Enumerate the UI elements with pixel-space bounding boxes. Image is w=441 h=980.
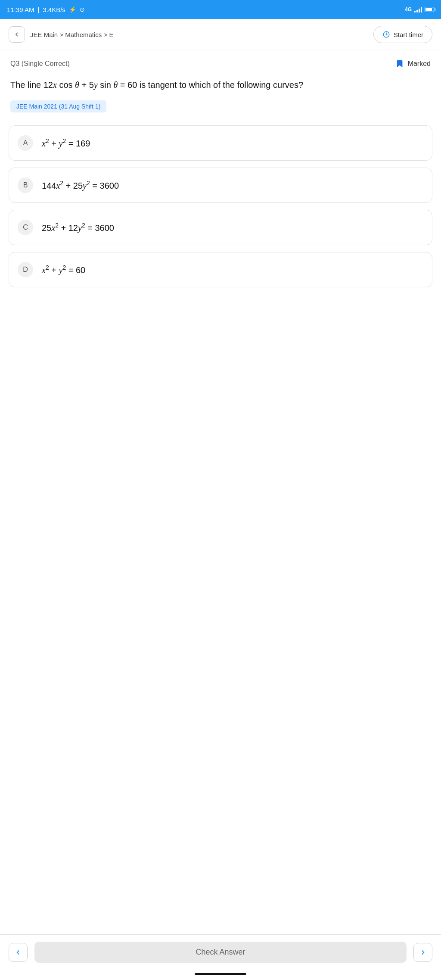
- option-b-text: 144x2 + 25y2 = 3600: [42, 180, 119, 191]
- battery-icon: [425, 7, 434, 12]
- marked-label: Marked: [408, 60, 431, 68]
- separator: |: [37, 6, 39, 13]
- bottom-nav: Check Answer: [0, 934, 441, 970]
- next-arrow-icon: [419, 949, 427, 956]
- option-a[interactable]: A x2 + y2 = 169: [9, 125, 432, 161]
- option-c-letter: C: [18, 220, 33, 235]
- chevron-left-icon: [13, 31, 20, 38]
- time-display: 11:39 AM: [7, 6, 34, 13]
- bookmark-icon: [395, 59, 404, 68]
- start-timer-button[interactable]: Start timer: [373, 26, 432, 43]
- option-b[interactable]: B 144x2 + 25y2 = 3600: [9, 168, 432, 203]
- home-indicator-area: [0, 970, 441, 980]
- option-c[interactable]: C 25x2 + 12y2 = 3600: [9, 210, 432, 245]
- check-answer-button[interactable]: Check Answer: [34, 942, 407, 963]
- status-left: 11:39 AM | 3.4KB/s ⚡ ⊙: [7, 6, 85, 13]
- spacer: [0, 613, 441, 934]
- next-button[interactable]: [413, 943, 432, 962]
- question-header: Q3 (Single Correct) Marked: [0, 50, 441, 74]
- home-indicator: [195, 973, 246, 975]
- back-button[interactable]: [9, 26, 25, 43]
- start-timer-label: Start timer: [394, 31, 423, 38]
- options-container: A x2 + y2 = 169 B 144x2 + 25y2 = 3600 C …: [0, 121, 441, 613]
- network-speed: 3.4KB/s: [43, 6, 65, 13]
- option-a-letter: A: [18, 135, 33, 151]
- option-b-letter: B: [18, 177, 33, 193]
- question-body: The line 12x cos θ + 5y sin θ = 60 is ta…: [0, 74, 441, 121]
- status-bar: 11:39 AM | 3.4KB/s ⚡ ⊙ 4G: [0, 0, 441, 19]
- question-text: The line 12x cos θ + 5y sin θ = 60 is ta…: [10, 78, 431, 92]
- prev-arrow-icon: [14, 949, 22, 956]
- nav-bar: JEE Main > Mathematics > E Start timer: [0, 19, 441, 50]
- alarm-icon: ⊙: [80, 6, 85, 13]
- option-d-letter: D: [18, 262, 33, 277]
- option-a-text: x2 + y2 = 169: [42, 137, 90, 149]
- main-content: JEE Main > Mathematics > E Start timer Q…: [0, 19, 441, 980]
- signal-alert-icon: ⚡: [69, 6, 76, 13]
- breadcrumb: JEE Main > Mathematics > E: [30, 31, 368, 38]
- option-c-text: 25x2 + 12y2 = 3600: [42, 222, 114, 233]
- status-right: 4G: [405, 6, 434, 12]
- network-type: 4G: [405, 6, 412, 12]
- question-label: Q3 (Single Correct): [10, 60, 70, 68]
- prev-button[interactable]: [9, 943, 28, 962]
- clock-icon: [382, 31, 390, 38]
- signal-strength-icon: [414, 6, 422, 12]
- question-tag: JEE Main 2021 (31 Aug Shift 1): [10, 100, 106, 112]
- marked-badge[interactable]: Marked: [395, 59, 431, 68]
- option-d-text: x2 + y2 = 60: [42, 264, 85, 275]
- option-d[interactable]: D x2 + y2 = 60: [9, 252, 432, 287]
